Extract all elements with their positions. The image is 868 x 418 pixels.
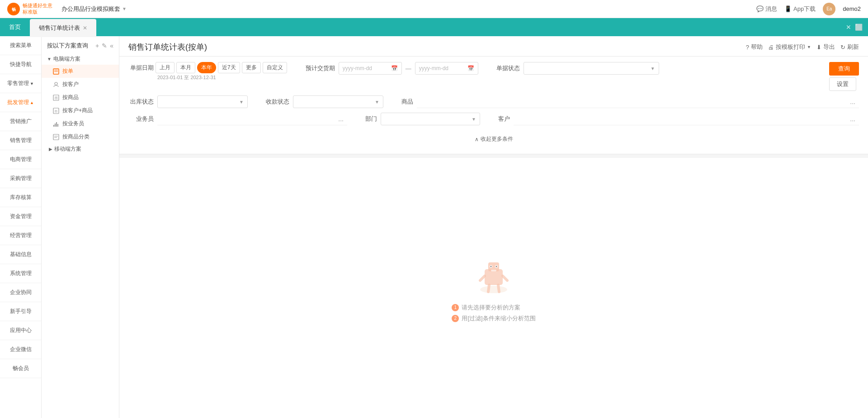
sidebar-item-ecommerce[interactable]: 电商管理	[0, 150, 41, 169]
sidebar-item-retail[interactable]: 零售管理 ▼	[0, 74, 41, 93]
sidebar-item-inventory[interactable]: 库存核算	[0, 188, 41, 207]
scheme-section-title-mobile: 移动端方案	[54, 145, 81, 153]
add-scheme-button[interactable]: +	[95, 42, 99, 49]
tab-bar: 首页 销售订单统计表 ✕ ✕ ⬜	[0, 18, 868, 36]
doc-status-select[interactable]: ▼	[524, 62, 659, 75]
scheme-item-by-goods[interactable]: 图 按商品	[42, 91, 119, 104]
date-btn-custom[interactable]: 自定义	[263, 62, 287, 73]
scheme-item-by-customer-goods[interactable]: 图 按客户+商品	[42, 104, 119, 117]
sidebar-item-wholesale[interactable]: 批发管理 ▲	[0, 93, 41, 112]
sidebar-item-purchase[interactable]: 采购管理	[0, 169, 41, 188]
empty-illustration	[471, 251, 516, 296]
chevron-up-icon: ▲	[30, 100, 34, 105]
date-btn-more[interactable]: 更多	[242, 62, 261, 73]
sidebar-item-label: 企业协同	[2, 289, 39, 296]
sidebar-item-search-menu[interactable]: 搜索菜单	[0, 36, 41, 55]
sidebar-item-basic-info[interactable]: 基础信息	[0, 245, 41, 264]
sidebar: 搜索菜单 快捷导航 零售管理 ▼ 批发管理 ▲ 营销推广 销售管理 电商管理 采…	[0, 36, 42, 418]
filter-area: 单据日期 上月 本月 本年 近7天 更多 自定义 2023-01-0	[119, 57, 868, 154]
sidebar-item-quick-nav[interactable]: 快捷导航	[0, 55, 41, 74]
date-btn-this-year[interactable]: 本年	[197, 62, 216, 73]
empty-hint-1: 1 请先选择要分析的方案	[452, 304, 535, 312]
sidebar-item-app-center[interactable]: 应用中心	[0, 321, 41, 340]
payment-status-chevron-icon: ▼	[375, 100, 379, 104]
date-btn-last-7-days[interactable]: 近7天	[218, 62, 240, 73]
scheme-section-header-pc[interactable]: ▼ 电脑端方案	[42, 53, 119, 65]
export-button[interactable]: ⬇ 导出	[816, 43, 835, 51]
svg-line-26	[503, 276, 507, 280]
delivery-date-start-input[interactable]: yyyy-mm-dd 📅	[339, 62, 402, 75]
svg-rect-18	[485, 269, 503, 285]
window-maximize-button[interactable]: ⬜	[855, 24, 863, 31]
logo-area: 畅 畅捷通好生意 标准版	[7, 3, 52, 15]
message-button[interactable]: 💬 消息	[756, 5, 777, 13]
sidebar-item-label: 销售管理	[2, 137, 39, 144]
payment-status-select[interactable]: ▼	[293, 95, 383, 108]
app-download-icon: 📱	[784, 5, 792, 12]
refresh-button[interactable]: ↻ 刷新	[840, 43, 859, 51]
goods-ellipsis-button[interactable]: ...	[850, 98, 855, 105]
date-range-display: 2023-01-01 至 2023-12-31	[157, 74, 216, 81]
svg-point-17	[480, 286, 507, 293]
app-download-button[interactable]: 📱 App下载	[784, 5, 816, 13]
delivery-status-select[interactable]: ▼	[157, 95, 248, 108]
doc-status-chevron-icon: ▼	[651, 66, 655, 71]
scheme-item-label: 按商品	[62, 94, 79, 101]
sidebar-item-finance[interactable]: 资金管理	[0, 207, 41, 226]
date-separator: —	[406, 65, 411, 72]
help-icon: ?	[746, 44, 749, 51]
scheme-item-by-salesman[interactable]: 按业务员	[42, 117, 119, 130]
app-selector[interactable]: 办公用品行业模拟账套 ▼	[61, 5, 127, 13]
collapse-filter-button[interactable]: ∧ 收起更多条件	[128, 132, 859, 147]
scheme-item-label: 按客户+商品	[62, 107, 93, 114]
sidebar-item-enterprise-wechat[interactable]: 企业微信	[0, 340, 41, 359]
sidebar-item-label: 畅会员	[2, 365, 39, 372]
scheme-item-by-customer[interactable]: 按客户	[42, 78, 119, 91]
settings-button[interactable]: 设置	[829, 77, 856, 91]
edit-scheme-button[interactable]: ✎	[102, 42, 107, 49]
delivery-date-end-input[interactable]: yyyy-mm-dd 📅	[415, 62, 478, 75]
print-button[interactable]: 🖨 按模板打印 ▼	[768, 43, 811, 51]
salesman-ellipsis-button[interactable]: ...	[338, 115, 344, 123]
date-btn-this-month[interactable]: 本月	[176, 62, 195, 73]
scheme-item-by-goods-category[interactable]: 按商品分类	[42, 130, 119, 143]
sidebar-item-system[interactable]: 系统管理	[0, 264, 41, 283]
window-close-button[interactable]: ✕	[846, 24, 851, 31]
tab-sales-order-stats[interactable]: 销售订单统计表 ✕	[30, 19, 96, 37]
scheme-panel-header: 按以下方案查询 + ✎ «	[42, 40, 119, 53]
date-btn-last-month[interactable]: 上月	[156, 62, 175, 73]
refresh-label: 刷新	[847, 43, 859, 51]
query-button[interactable]: 查询	[829, 62, 859, 76]
sidebar-item-label: 应用中心	[2, 327, 39, 334]
tab-home[interactable]: 首页	[0, 18, 30, 36]
collapse-scheme-panel-button[interactable]: «	[110, 42, 113, 49]
scheme-item-by-order[interactable]: 按单	[42, 65, 119, 78]
scheme-item-label: 按业务员	[62, 120, 84, 128]
sidebar-item-enterprise[interactable]: 企业协同	[0, 283, 41, 302]
help-button[interactable]: ? 帮助	[746, 43, 763, 51]
customer-ellipsis-button[interactable]: ...	[850, 115, 855, 123]
sidebar-item-marketing[interactable]: 营销推广	[0, 112, 41, 131]
scheme-item-label: 按单	[62, 67, 73, 75]
expected-delivery-group: 预计交货期 yyyy-mm-dd 📅 — yyyy-mm-dd 📅	[303, 62, 478, 75]
department-select[interactable]: ▼	[381, 113, 480, 125]
avatar[interactable]: Ea	[823, 3, 835, 15]
sidebar-item-operations[interactable]: 经营管理	[0, 226, 41, 245]
sidebar-item-label: 营销推广	[2, 118, 39, 125]
sidebar-item-new-guide[interactable]: 新手引导	[0, 302, 41, 321]
scheme-section-header-mobile[interactable]: ▶ 移动端方案	[42, 143, 119, 155]
export-label: 导出	[823, 43, 835, 51]
svg-rect-11	[55, 124, 56, 127]
svg-text:畅: 畅	[12, 7, 16, 12]
empty-hint-2: 2 用[过滤]条件来缩小分析范围	[452, 314, 535, 323]
doc-status-label: 单据状态	[495, 64, 520, 72]
tab-close-icon[interactable]: ✕	[83, 25, 87, 31]
svg-rect-13	[57, 124, 58, 127]
filter-collapse-section: ∧ 收起更多条件	[128, 130, 859, 148]
sidebar-item-label: 快捷导航	[2, 61, 39, 68]
svg-rect-12	[56, 122, 57, 127]
sidebar-item-label: 企业微信	[2, 346, 39, 353]
sidebar-item-sales-mgmt[interactable]: 销售管理	[0, 131, 41, 150]
sidebar-item-label: 经营管理	[2, 232, 39, 239]
sidebar-item-member[interactable]: 畅会员	[0, 359, 41, 378]
